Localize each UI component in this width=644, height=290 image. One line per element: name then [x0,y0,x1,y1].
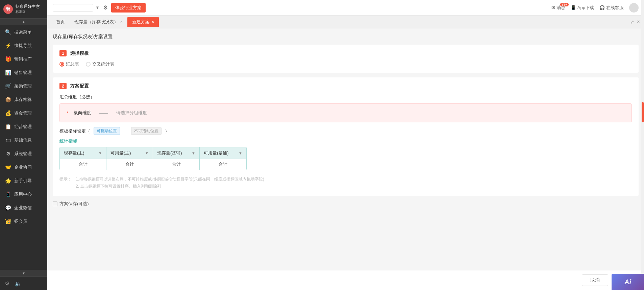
step2-title: 方案配置 [70,83,89,89]
ai-assistant-button[interactable]: Ai [612,274,644,290]
indicator-label-suffix: ） [165,128,169,134]
tab-home-label: 首页 [56,19,65,25]
sidebar-item-new-guide-label: 新手引导 [14,178,32,184]
sales-icon: 📊 [5,69,11,76]
step2-card: 2 方案配置 汇总维度（必选） * 纵向维度 —— 请选择分组维度 模板指标设定… [53,77,639,196]
dimension-area[interactable]: * 纵向维度 —— 请选择分组维度 [59,103,632,122]
purchase-icon: 🛒 [5,83,11,90]
radio-cross[interactable]: 交叉统计表 [86,61,114,67]
tab-home[interactable]: 首页 [51,17,70,27]
col3-header[interactable]: 现存量(基辅) ▼ [153,147,200,159]
col2-header[interactable]: 可用量(主) ▼ [106,147,153,159]
sidebar-item-app-center-label: 应用中心 [14,191,32,197]
step2-header: 2 方案配置 [59,83,632,89]
step1-title: 选择模板 [70,50,89,56]
save-checkbox[interactable] [53,201,57,206]
sidebar-item-inventory-label: 库存核算 [14,97,32,103]
sidebar-item-sales[interactable]: 📊 销售管理 [0,66,47,79]
membership-icon: 👑 [5,218,11,225]
sidebar-item-inventory[interactable]: 📦 库存核算 [0,93,47,106]
sidebar-item-cooperation[interactable]: 🤝 企业协同 [0,161,47,174]
sidebar-item-membership-label: 畅会员 [14,218,27,224]
brand-name: 畅康通好生意 [16,4,40,9]
right-scrollbar[interactable] [641,0,644,290]
message-group[interactable]: ✉ 消息 99+ [551,5,565,11]
trial-button[interactable]: 体验行业方案 [111,3,146,13]
delete-col-link[interactable]: 删除列 [149,184,161,189]
basic-info-icon: 🗃 [5,137,11,144]
sidebar-item-wechat[interactable]: 💬 企业微信 [0,201,47,215]
scrollbar-thumb[interactable] [642,102,644,122]
col2-cell: 合计 [106,159,153,170]
topbar-left: ▼ ⚙ 体验行业方案 [53,3,146,13]
sidebar-item-app-center[interactable]: 📱 应用中心 [0,188,47,201]
col3-cell: 合计 [153,159,200,170]
dim-placeholder: 请选择分组维度 [116,110,147,116]
col4-chevron[interactable]: ▼ [239,151,242,155]
tab-inventory-status[interactable]: 现存量（库存状况表） × [70,17,127,27]
col1-chevron[interactable]: ▼ [98,151,102,155]
topbar: ▼ ⚙ 体验行业方案 ✉ 消息 99+ 📱 App下载 🎧 在线客服 [47,0,644,16]
inventory-icon: 📦 [5,96,11,103]
tab-new-plan-close[interactable]: × [152,20,154,24]
radio-summary-label: 汇总表 [66,61,79,67]
online-service-group[interactable]: 🎧 在线客服 [599,5,624,11]
sidebar-item-membership[interactable]: 👑 畅会员 [0,215,47,228]
sidebar-item-system[interactable]: ⚙ 系统管理 [0,147,47,161]
sidebar-item-operation[interactable]: 📋 经营管理 [0,120,47,134]
col4-header[interactable]: 可用量(基辅) ▼ [200,147,246,159]
ai-label: Ai [624,278,631,286]
sidebar-item-finance[interactable]: 💰 资金管理 [0,106,47,120]
page-title: 现存量(库存状况表)方案设置 [53,34,639,40]
save-option: 方案保存(可选) [53,201,639,207]
sidebar-item-new-guide[interactable]: 🌟 新手引导 [0,174,47,188]
tab-inventory-status-close[interactable]: × [120,20,123,24]
sidebar: 畅 畅康通好生意 标准版 ▲ 🔍 搜索菜单 ⚡ 快捷导航 🎁 营销推广 📊 销售… [0,0,47,290]
tips-area: 提示： 1.拖动标题栏可以调整布局，不可跨维度或指标区域拖动栏目字段(只能在同一… [59,176,632,189]
sidebar-nav: 🔍 搜索菜单 ⚡ 快捷导航 🎁 营销推广 📊 销售管理 🛒 采购管理 📦 库存核… [0,25,47,270]
radio-summary-circle [59,62,64,67]
user-avatar[interactable] [629,3,639,13]
radio-summary[interactable]: 汇总表 [59,61,79,67]
col4-cell: 合计 [200,159,246,170]
online-service-label: 在线客服 [606,5,624,11]
tip1: 提示： 1.拖动标题栏可以调整布局，不可跨维度或指标区域拖动栏目字段(只能在同一… [59,176,632,182]
cancel-button[interactable]: 取消 [582,274,608,286]
col2-chevron[interactable]: ▼ [145,151,149,155]
tab-expand-icon[interactable]: ⤢ [630,19,634,25]
indicator-label-text: 模板指标设定（ [59,128,90,134]
sidebar-item-marketing[interactable]: 🎁 营销推广 [0,52,47,66]
sidebar-scroll-down[interactable]: ▼ [0,270,47,276]
marketing-icon: 🎁 [5,56,11,63]
tab-close-all-icon[interactable]: × [637,19,640,25]
tab-new-plan-label: 新建方案 [132,19,150,25]
sidebar-item-quick-nav[interactable]: ⚡ 快捷导航 [0,39,47,52]
sidebar-item-search-label: 搜索菜单 [14,29,32,35]
col3-chevron[interactable]: ▼ [192,151,195,155]
save-label: 方案保存(可选) [59,201,89,207]
search-area: ▼ [53,4,100,11]
sidebar-item-search[interactable]: 🔍 搜索菜单 [0,25,47,39]
indicator-label-sep [123,128,128,134]
dropdown-icon[interactable]: ▼ [95,5,100,10]
settings-icon[interactable]: ⚙ [5,280,9,287]
brand-version: 标准版 [16,9,40,14]
col2-label: 可用量(主) [110,150,131,156]
page-content: 现存量(库存状况表)方案设置 1 选择模板 汇总表 交叉统计表 [47,28,644,270]
sidebar-item-purchase-label: 采购管理 [14,83,32,89]
dim-separator: —— [99,111,108,116]
sidebar-item-purchase[interactable]: 🛒 采购管理 [0,79,47,93]
gear-icon[interactable]: ⚙ [103,4,108,11]
insert-col-link[interactable]: 插入列 [133,184,145,189]
col1-header[interactable]: 现存量(主) ▼ [60,147,106,159]
movable-badge: 可拖动位置 [94,127,120,135]
speaker-icon[interactable]: 🔈 [15,280,22,287]
template-radio-group: 汇总表 交叉统计表 [59,61,632,67]
sidebar-scroll-up[interactable]: ▲ [0,19,47,25]
app-download-group[interactable]: 📱 App下载 [571,5,594,11]
search-input[interactable] [53,4,93,11]
sidebar-item-basic-info[interactable]: 🗃 基础信息 [0,134,47,147]
stats-title: 统计指标 [59,138,632,144]
tab-new-plan[interactable]: 新建方案 × [127,17,159,27]
sidebar-bottom: ⚙ 🔈 [0,276,47,290]
